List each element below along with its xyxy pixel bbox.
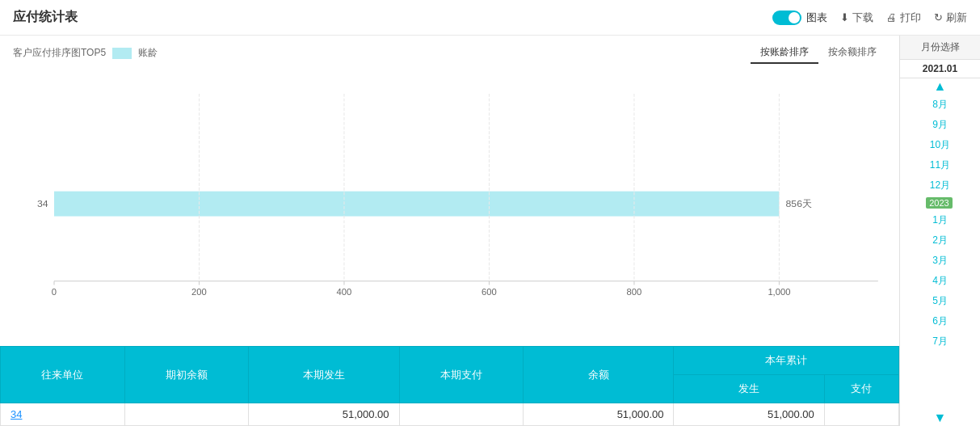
month-item-1[interactable]: 1月	[900, 210, 980, 230]
svg-text:0: 0	[52, 287, 57, 297]
month-item-5[interactable]: 5月	[900, 291, 980, 311]
month-item-6[interactable]: 6月	[900, 311, 980, 331]
print-button[interactable]: 🖨 打印	[886, 11, 921, 25]
cell-year-occur: 51,000.00	[674, 403, 824, 426]
year-2023-badge: 2023	[926, 197, 952, 209]
refresh-icon: ↻	[934, 11, 943, 23]
table-section: 往来单位 期初余额 本期发生 本期支付 余额 本年累计 发生 支付	[0, 346, 899, 426]
scroll-down-button[interactable]: ▼	[931, 410, 950, 426]
svg-text:800: 800	[627, 287, 642, 297]
table-row: 34 51,000.00 51,000.00 51,000.00	[1, 403, 899, 426]
th-year-total: 本年累计	[674, 347, 899, 375]
refresh-label: 刷新	[946, 11, 967, 25]
month-item-2[interactable]: 2月	[900, 230, 980, 251]
th-current-pay: 本期支付	[399, 347, 524, 403]
svg-text:34: 34	[37, 198, 48, 209]
cell-unit: 34	[1, 403, 125, 426]
month-item-10[interactable]: 10月	[900, 135, 980, 155]
cell-current-occur: 51,000.00	[249, 403, 399, 426]
svg-text:1,000: 1,000	[768, 287, 790, 297]
download-label: 下载	[852, 11, 873, 25]
month-item-12[interactable]: 12月	[900, 175, 980, 196]
sort-tab-age[interactable]: 按账龄排序	[751, 42, 818, 64]
th-unit: 往来单位	[1, 347, 125, 403]
svg-rect-1	[54, 192, 779, 217]
sidebar-scroll: ▲ 8月 9月 10月 11月 12月 2023 1月 2月 3月 4月 5月 …	[900, 78, 980, 426]
th-year-occur: 发生	[674, 375, 824, 403]
download-button[interactable]: ⬇ 下载	[840, 11, 873, 25]
bar-chart: 34 856天 0 200 400 600	[13, 70, 886, 297]
chart-label: 图表	[806, 11, 827, 25]
cell-opening	[124, 403, 249, 426]
cell-current-pay	[399, 403, 524, 426]
app-container: 应付统计表 图表 ⬇ 下载 🖨 打印 ↻ 刷新	[0, 0, 980, 426]
chart-container: 34 856天 0 200 400 600	[0, 70, 899, 346]
month-item-7[interactable]: 7月	[900, 331, 980, 352]
toggle-track[interactable]	[772, 11, 801, 25]
sort-tabs: 按账龄排序 按余额排序	[751, 42, 886, 64]
print-label: 打印	[900, 11, 921, 25]
legend-text: 客户应付排序图TOP5	[13, 46, 106, 60]
print-icon: 🖨	[886, 11, 897, 23]
table-header-row: 往来单位 期初余额 本期发生 本期支付 余额 本年累计	[1, 347, 899, 375]
refresh-button[interactable]: ↻ 刷新	[934, 11, 967, 25]
th-balance: 余额	[524, 347, 674, 403]
chart-legend: 客户应付排序图TOP5 账龄	[13, 46, 158, 60]
th-current-occur: 本期发生	[249, 347, 399, 403]
svg-text:400: 400	[337, 287, 352, 297]
cell-balance: 51,000.00	[524, 403, 674, 426]
main-content: 客户应付排序图TOP5 账龄 按账龄排序 按余额排序 34 856天	[0, 36, 980, 426]
month-item-11[interactable]: 11月	[900, 155, 980, 175]
month-item-8[interactable]: 8月	[900, 95, 980, 115]
right-sidebar: 月份选择 2021.01 ▲ 8月 9月 10月 11月 12月 2023 1月…	[899, 36, 980, 426]
header: 应付统计表 图表 ⬇ 下载 🖨 打印 ↻ 刷新	[0, 0, 980, 36]
cell-year-pay	[824, 403, 898, 426]
sidebar-current-month: 2021.01	[900, 60, 980, 78]
svg-text:600: 600	[482, 287, 497, 297]
th-opening: 期初余额	[124, 347, 249, 403]
month-item-9[interactable]: 9月	[900, 115, 980, 135]
scroll-up-button[interactable]: ▲	[931, 78, 950, 95]
sort-tab-balance[interactable]: 按余额排序	[818, 42, 886, 64]
svg-text:856天: 856天	[786, 198, 813, 209]
sidebar-month-header: 月份选择	[900, 36, 980, 60]
chart-toggle[interactable]: 图表	[772, 11, 827, 25]
svg-text:200: 200	[191, 287, 207, 297]
data-table: 往来单位 期初余额 本期发生 本期支付 余额 本年累计 发生 支付	[0, 346, 899, 426]
month-item-3[interactable]: 3月	[900, 251, 980, 271]
unit-link[interactable]: 34	[11, 408, 22, 420]
chart-section: 客户应付排序图TOP5 账龄 按账龄排序 按余额排序 34 856天	[0, 36, 899, 426]
page-title: 应付统计表	[13, 9, 78, 26]
legend-box-label: 账龄	[138, 46, 158, 60]
th-year-pay: 支付	[824, 375, 898, 403]
toggle-thumb	[789, 12, 800, 23]
month-item-4[interactable]: 4月	[900, 271, 980, 291]
legend-box	[112, 48, 132, 59]
month-list: 8月 9月 10月 11月 12月 2023 1月 2月 3月 4月 5月 6月…	[900, 95, 980, 410]
header-actions: 图表 ⬇ 下载 🖨 打印 ↻ 刷新	[772, 11, 967, 25]
download-icon: ⬇	[840, 11, 849, 23]
chart-top: 客户应付排序图TOP5 账龄 按账龄排序 按余额排序	[0, 36, 899, 70]
